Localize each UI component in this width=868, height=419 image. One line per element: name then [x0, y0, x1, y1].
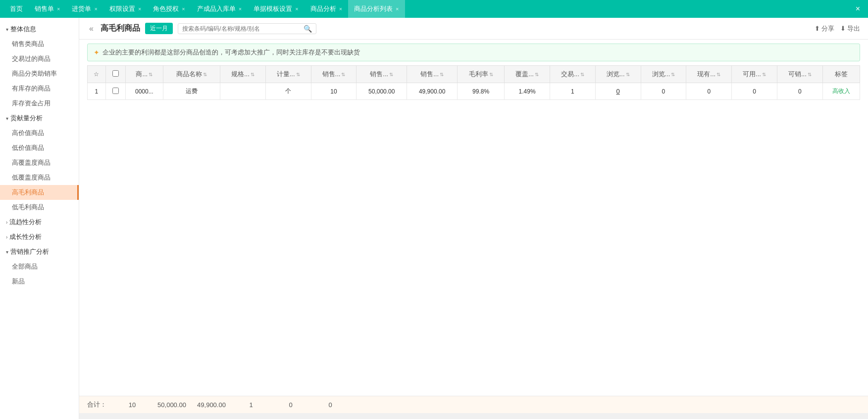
close-finished-icon[interactable]: ×	[239, 0, 242, 18]
sidebar-item-capital-usage[interactable]: 库存资金占用	[0, 96, 79, 111]
footer-saleable: 0	[310, 401, 350, 409]
sidebar-group-overall[interactable]: ▾ 整体信息	[0, 22, 79, 37]
search-input[interactable]	[182, 25, 304, 32]
sidebar-item-high-coverage[interactable]: 高覆盖度商品	[0, 155, 79, 170]
horizontal-scrollbar[interactable]	[79, 413, 868, 419]
sidebar-item-traded-goods[interactable]: 交易过的商品	[0, 51, 79, 66]
sidebar-group-flow[interactable]: › 流趋性分析	[0, 215, 79, 230]
cell-checkbox[interactable]	[105, 83, 125, 100]
tag-high-income: 高收入	[832, 88, 850, 94]
sidebar-item-category-rate[interactable]: 商品分类助销率	[0, 66, 79, 81]
nav-purchase-order[interactable]: 进货单 ×	[66, 0, 103, 18]
cell-transaction: 1	[550, 83, 595, 100]
col-checkbox[interactable]	[105, 66, 125, 83]
sort-browse1-icon: ⇅	[626, 72, 630, 77]
content-header: « 高毛利商品 近一月 🔍 ⬆ 分享 ⬇ 导出	[79, 18, 868, 40]
sort-amount-icon: ⇅	[389, 72, 393, 77]
col-margin-rate[interactable]: 毛利率⇅	[458, 66, 505, 83]
share-icon: ⬆	[815, 25, 820, 32]
top-navigation: 首页 销售单 × 进货单 × 权限设置 × 角色授权 × 产成品入库单 × 单据…	[0, 0, 868, 18]
nav-template-setting[interactable]: 单据模板设置 ×	[248, 0, 304, 18]
col-star[interactable]: ☆	[88, 66, 106, 83]
share-button[interactable]: ⬆ 分享	[815, 24, 834, 33]
col-saleable-stock[interactable]: 可销...⇅	[777, 66, 822, 83]
nav-home[interactable]: 首页	[4, 0, 29, 18]
footer-sales-amount: 50,000.00	[152, 401, 192, 409]
sort-saleable-icon: ⇅	[808, 72, 812, 77]
nav-finished-goods[interactable]: 产成品入库单 ×	[191, 0, 248, 18]
nav-role-auth[interactable]: 角色授权 ×	[147, 0, 191, 18]
col-sales-qty[interactable]: 销售...⇅	[311, 66, 357, 83]
cell-sales-amount: 50,000.00	[357, 83, 407, 100]
sidebar-group-growth[interactable]: › 成长性分析	[0, 230, 79, 244]
col-browse1[interactable]: 浏览...⇅	[595, 66, 641, 83]
close-purchase-order-icon[interactable]: ×	[94, 0, 97, 18]
sidebar-item-stocked-goods[interactable]: 有库存的商品	[0, 81, 79, 96]
col-sales-amount[interactable]: 销售...⇅	[357, 66, 407, 83]
sidebar-item-all-goods[interactable]: 全部商品	[0, 259, 79, 274]
cell-browse1[interactable]: 0	[595, 83, 641, 100]
cell-tag: 高收入	[822, 83, 860, 100]
footer-transaction: 1	[231, 401, 271, 409]
cell-index: 1	[88, 83, 106, 100]
sidebar: ▾ 整体信息 销售类商品 交易过的商品 商品分类助销率 有库存的商品 库存资金占…	[0, 18, 79, 419]
select-all-checkbox[interactable]	[112, 70, 119, 77]
cell-current-stock: 0	[686, 83, 732, 100]
collapse-sidebar-button[interactable]: «	[87, 24, 96, 33]
close-sales-order-icon[interactable]: ×	[57, 0, 60, 18]
browse1-link[interactable]: 0	[616, 88, 620, 95]
sort-current-icon: ⇅	[716, 72, 720, 77]
close-analysis-list-icon[interactable]: ×	[396, 0, 399, 18]
col-sales-profit[interactable]: 销售...⇅	[407, 66, 458, 83]
sort-spec-icon: ⇅	[251, 72, 255, 77]
sort-code-icon: ⇅	[149, 72, 153, 77]
export-button[interactable]: ⬇ 导出	[840, 24, 860, 33]
footer-label: 合计：	[87, 400, 106, 409]
cell-unit: 个	[265, 83, 311, 100]
nav-permission-setting[interactable]: 权限设置 ×	[103, 0, 147, 18]
col-available-stock[interactable]: 可用...⇅	[732, 66, 777, 83]
cell-spec	[220, 83, 265, 100]
sort-margin-icon: ⇅	[489, 72, 493, 77]
footer-values: 10 50,000.00 49,900.00 1 0 0	[112, 401, 860, 409]
col-spec[interactable]: 规格...⇅	[220, 66, 265, 83]
arrow-marketing-icon: ▾	[6, 249, 8, 255]
data-table-wrap: ☆ 商...⇅ 商品名称⇅ 规格...⇅ 计量...⇅ 销售...⇅ 销售...…	[79, 65, 868, 396]
period-button[interactable]: 近一月	[145, 23, 173, 34]
footer-sales-qty: 10	[112, 401, 152, 409]
col-transaction[interactable]: 交易...⇅	[550, 66, 595, 83]
sidebar-group-marketing[interactable]: ▾ 营销推广分析	[0, 244, 79, 259]
sidebar-item-low-margin[interactable]: 低毛利商品	[0, 200, 79, 215]
row-checkbox[interactable]	[112, 88, 119, 94]
close-analysis-icon[interactable]: ×	[339, 0, 342, 18]
sidebar-group-contribution[interactable]: ▾ 贡献量分析	[0, 111, 79, 126]
nav-product-analysis[interactable]: 商品分析 ×	[305, 0, 348, 18]
nav-sales-order[interactable]: 销售单 ×	[29, 0, 66, 18]
col-coverage[interactable]: 覆盖...⇅	[505, 66, 550, 83]
col-name[interactable]: 商品名称⇅	[163, 66, 220, 83]
table-header-row: ☆ 商...⇅ 商品名称⇅ 规格...⇅ 计量...⇅ 销售...⇅ 销售...…	[88, 66, 860, 83]
col-tag[interactable]: 标签	[822, 66, 860, 83]
nav-analysis-list[interactable]: 商品分析列表 ×	[348, 0, 405, 18]
col-browse2[interactable]: 浏览...⇅	[641, 66, 686, 83]
sort-coverage-icon: ⇅	[535, 72, 539, 77]
col-unit[interactable]: 计量...⇅	[265, 66, 311, 83]
cell-saleable-stock: 0	[777, 83, 822, 100]
col-current-stock[interactable]: 现有...⇅	[686, 66, 732, 83]
close-role-icon[interactable]: ×	[182, 0, 185, 18]
cell-margin-rate: 99.8%	[458, 83, 505, 100]
sidebar-item-sales-goods[interactable]: 销售类商品	[0, 37, 79, 51]
col-code[interactable]: 商...⇅	[125, 66, 163, 83]
sidebar-item-high-value[interactable]: 高价值商品	[0, 126, 79, 140]
data-table: ☆ 商...⇅ 商品名称⇅ 规格...⇅ 计量...⇅ 销售...⇅ 销售...…	[87, 65, 860, 100]
window-close-button[interactable]: ×	[852, 4, 864, 13]
sidebar-item-low-value[interactable]: 低价值商品	[0, 140, 79, 155]
close-template-icon[interactable]: ×	[295, 0, 298, 18]
info-banner: ✦ 企业的主要的利润都是这部分商品创造的，可考虑加大推广，同时关注库存是不要出现…	[87, 44, 860, 61]
sidebar-item-new-goods[interactable]: 新品	[0, 274, 79, 289]
sidebar-item-high-margin[interactable]: 高毛利商品	[0, 185, 79, 200]
sidebar-item-low-coverage[interactable]: 低覆盖度商品	[0, 170, 79, 185]
sort-available-icon: ⇅	[762, 72, 766, 77]
close-permission-icon[interactable]: ×	[138, 0, 141, 18]
search-icon[interactable]: 🔍	[304, 25, 312, 33]
